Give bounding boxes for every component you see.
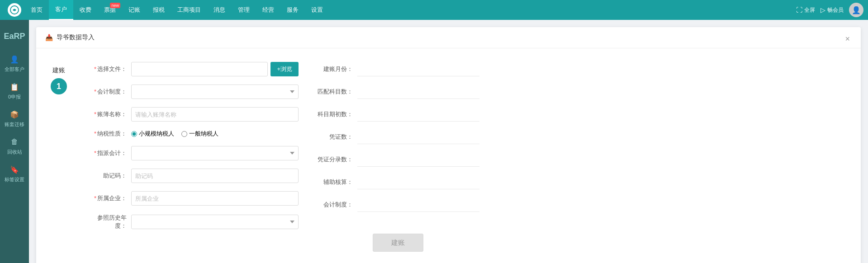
tax-small-scale[interactable]: 小规模纳税人 (131, 130, 174, 138)
subject-init-row: 科目期初数： (317, 107, 479, 122)
sidebar-item-all-customers[interactable]: 👤 全部客户 (0, 51, 29, 76)
logo-icon (8, 3, 21, 17)
dialog: 📥 导爷数据导入 × 建账 1 选择文件： (36, 27, 861, 263)
nav-item-operation[interactable]: 经营 (256, 0, 280, 20)
memo-label: 助记码： (90, 172, 131, 180)
tax-type-label: 纳税性质： (90, 130, 131, 138)
subject-init-label: 科目期初数： (317, 110, 357, 118)
accountant-label: 指派会计： (90, 149, 131, 157)
tax-type-radio-group: 小规模纳税人 一般纳税人 (131, 130, 218, 138)
step-label: 建账 (52, 66, 65, 75)
dialog-close-button[interactable]: × (841, 33, 854, 46)
nav-item-home[interactable]: 首页 (24, 0, 49, 20)
tax-general[interactable]: 一般纳税人 (181, 130, 218, 138)
file-row: 选择文件： +浏览 (90, 62, 299, 76)
layout: EaRP 👤 全部客户 📋 0申报 📦 账套迁移 🗑 回收站 🔖 标签设置 📥 (0, 20, 868, 263)
nav-item-settings[interactable]: 设置 (305, 0, 329, 20)
nav-item-fee[interactable]: 收费 (73, 0, 98, 20)
tax-type-row: 纳税性质： 小规模纳税人 一般纳税人 (90, 130, 299, 138)
voucher-records-value (357, 152, 479, 167)
build-account-button[interactable]: 建账 (373, 234, 423, 252)
tag-icon: 🔖 (9, 164, 19, 174)
dialog-title: 导爷数据导入 (57, 33, 95, 42)
nav-item-bookkeeping[interactable]: 记账 (122, 0, 147, 20)
build-month-label: 建账月份： (317, 65, 357, 73)
voucher-label: 凭证数： (317, 133, 357, 141)
fullscreen-btn[interactable]: ⛶ 全屏 (796, 6, 815, 14)
nav-item-business[interactable]: 工商项目 (171, 0, 207, 20)
nav-item-message[interactable]: 消息 (207, 0, 232, 20)
aux-calc-row: 辅助核算： (317, 175, 479, 189)
memo-input[interactable] (131, 169, 299, 183)
voucher-records-label: 凭证分录数： (317, 155, 357, 164)
accounting-row: 会计制度： (90, 85, 299, 99)
fullscreen-icon: ⛶ (796, 6, 802, 14)
company-label: 所属企业： (90, 194, 131, 202)
new-badge: new (110, 3, 120, 8)
nav-items: 首页 客户 收费 票据 new 记账 报税 工商项目 消息 管理 经营 (24, 0, 796, 20)
accounting-system-row: 会计制度： (317, 197, 479, 212)
build-btn-row: 建账 (317, 220, 479, 261)
avatar[interactable]: 👤 (849, 3, 863, 17)
match-subject-label: 匹配科目数： (317, 88, 357, 96)
history-label: 参照历史年度： (90, 214, 131, 230)
main-content: 📥 导爷数据导入 × 建账 1 选择文件： (29, 20, 868, 263)
report-icon: 📋 (9, 82, 19, 92)
nav-item-invoice[interactable]: 票据 new (98, 0, 122, 20)
voucher-records-row: 凭证分录数： (317, 152, 479, 167)
dialog-header: 📥 导爷数据导入 (36, 27, 861, 48)
migration-icon: 📦 (9, 109, 19, 119)
logo (5, 0, 24, 20)
vip-btn[interactable]: ▷ 畅会员 (821, 6, 844, 14)
ledger-name-label: 账簿名称： (90, 110, 131, 118)
accountant-select[interactable] (131, 146, 299, 160)
build-month-row: 建账月份： (317, 62, 479, 76)
file-label: 选择文件： (90, 65, 131, 73)
tax-general-radio[interactable] (181, 131, 187, 137)
voucher-row: 凭证数： (317, 130, 479, 144)
build-month-value (357, 62, 479, 76)
sidebar: EaRP 👤 全部客户 📋 0申报 📦 账套迁移 🗑 回收站 🔖 标签设置 (0, 20, 29, 263)
nav-item-service[interactable]: 服务 (280, 0, 305, 20)
step-circle: 1 (51, 78, 67, 94)
memo-row: 助记码： (90, 169, 299, 183)
dialog-body: 建账 1 选择文件： +浏览 会计制度： (36, 48, 861, 263)
step-section: 建账 1 (36, 57, 81, 263)
company-input[interactable] (131, 191, 299, 206)
vip-icon: ▷ (821, 6, 825, 14)
sidebar-logo: EaRP (0, 24, 29, 49)
voucher-value (357, 130, 479, 144)
browse-button[interactable]: +浏览 (270, 62, 299, 76)
sidebar-item-zero-report[interactable]: 📋 0申报 (0, 78, 29, 104)
accounting-label: 会计制度： (90, 88, 131, 96)
ledger-name-row: 账簿名称： (90, 107, 299, 122)
nav-item-customer[interactable]: 客户 (49, 0, 73, 20)
company-row: 所属企业： (90, 191, 299, 206)
tax-small-scale-radio[interactable] (131, 131, 137, 137)
recycle-icon: 🗑 (9, 137, 19, 147)
match-subject-row: 匹配科目数： (317, 85, 479, 99)
accounting-select[interactable] (131, 85, 299, 99)
aux-calc-value (357, 175, 479, 189)
history-select[interactable] (131, 215, 299, 229)
sidebar-item-recycle[interactable]: 🗑 回收站 (0, 133, 29, 159)
history-row: 参照历史年度： (90, 214, 299, 230)
match-subject-value (357, 85, 479, 99)
subject-init-value (357, 107, 479, 122)
sidebar-item-tag-settings[interactable]: 🔖 标签设置 (0, 161, 29, 187)
dialog-header-icon: 📥 (45, 34, 53, 41)
nav-right: ⛶ 全屏 ▷ 畅会员 👤 (796, 3, 863, 17)
accounting-system-label: 会计制度： (317, 201, 357, 209)
form-section: 选择文件： +浏览 会计制度： (81, 57, 308, 263)
sidebar-item-account-migration[interactable]: 📦 账套迁移 (0, 106, 29, 132)
accounting-system-value (357, 197, 479, 212)
ledger-name-input[interactable] (131, 107, 299, 122)
customers-icon: 👤 (9, 54, 19, 64)
top-nav: 首页 客户 收费 票据 new 记账 报税 工商项目 消息 管理 经营 (0, 0, 868, 20)
nav-item-tax[interactable]: 报税 (147, 0, 171, 20)
info-section: 建账月份： 匹配科目数： 科目期初数： 凭证数： (308, 57, 489, 263)
nav-item-manage[interactable]: 管理 (232, 0, 256, 20)
accountant-row: 指派会计： (90, 146, 299, 160)
aux-calc-label: 辅助核算： (317, 178, 357, 186)
file-input[interactable] (131, 62, 268, 76)
